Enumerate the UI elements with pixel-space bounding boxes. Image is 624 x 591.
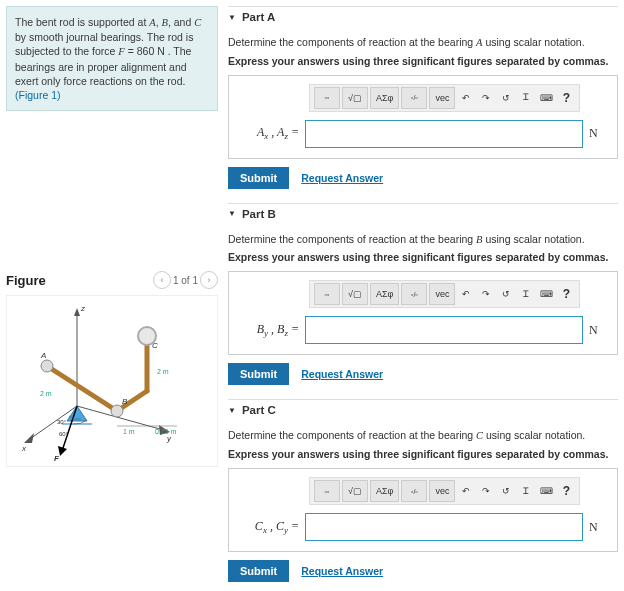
svg-text:x: x [21,444,27,453]
part-a-header[interactable]: ▼ Part A [228,6,618,27]
sqrt-icon[interactable]: √▢ [342,87,368,109]
svg-text:2 m: 2 m [40,390,52,397]
svg-text:F: F [54,454,60,463]
reset-icon[interactable]: ↺ [497,284,515,304]
vec-icon[interactable]: vec [429,283,455,305]
svg-marker-1 [74,308,80,316]
equation-toolbar: ▫▫ √▢ ΑΣφ ▫/▫ vec ↶ ↷ ↺ Ꮖ ⌨ ? [309,477,580,505]
svg-point-10 [111,405,123,417]
undo-icon[interactable]: ↶ [457,284,475,304]
request-answer-link[interactable]: Request Answer [301,172,383,184]
greek-icon[interactable]: ΑΣφ [370,87,399,109]
figure-image: z x y A B C F 2 m 2 m 1 m 0.75 m 30° 60° [6,295,218,467]
greek-icon[interactable]: ΑΣφ [370,283,399,305]
cursor-icon[interactable]: Ꮖ [517,284,535,304]
part-b-header[interactable]: ▼ Part B [228,203,618,224]
part-c-header[interactable]: ▼ Part C [228,399,618,420]
svg-marker-15 [58,446,67,456]
reset-icon[interactable]: ↺ [497,88,515,108]
unit-label: N [589,520,607,535]
svg-marker-3 [24,433,34,443]
svg-text:B: B [122,397,128,406]
request-answer-link[interactable]: Request Answer [301,368,383,380]
submit-button[interactable]: Submit [228,560,289,582]
redo-icon[interactable]: ↷ [477,284,495,304]
caret-down-icon: ▼ [228,209,236,218]
help-icon[interactable]: ? [557,284,575,304]
keyboard-icon[interactable]: ⌨ [537,88,555,108]
answer-input-b[interactable] [305,316,583,344]
svg-text:2 m: 2 m [157,368,169,375]
sqrt-icon[interactable]: √▢ [342,283,368,305]
request-answer-link[interactable]: Request Answer [301,565,383,577]
unit-label: N [589,323,607,338]
sqrt-icon[interactable]: √▢ [342,480,368,502]
part-b: ▼ Part B Determine the components of rea… [228,203,618,386]
prev-figure[interactable]: ‹ [153,271,171,289]
keyboard-icon[interactable]: ⌨ [537,481,555,501]
lhs-label: By , Bz = [239,322,299,338]
frac-icon[interactable]: ▫/▫ [401,480,427,502]
redo-icon[interactable]: ↷ [477,88,495,108]
vec-icon[interactable]: vec [429,87,455,109]
templates-icon[interactable]: ▫▫ [314,283,340,305]
frac-icon[interactable]: ▫/▫ [401,87,427,109]
svg-text:1 m: 1 m [123,428,135,435]
equation-toolbar: ▫▫ √▢ ΑΣφ ▫/▫ vec ↶ ↷ ↺ Ꮖ ⌨ ? [309,280,580,308]
caret-down-icon: ▼ [228,406,236,415]
svg-text:y: y [166,434,172,443]
next-figure[interactable]: › [200,271,218,289]
greek-icon[interactable]: ΑΣφ [370,480,399,502]
svg-text:z: z [80,304,86,313]
lhs-label: Cx , Cy = [239,519,299,535]
svg-text:60°: 60° [59,431,69,437]
svg-point-9 [41,360,53,372]
frac-icon[interactable]: ▫/▫ [401,283,427,305]
svg-text:30°: 30° [57,419,67,425]
svg-text:A: A [40,351,46,360]
part-a: ▼ Part A Determine the components of rea… [228,6,618,189]
undo-icon[interactable]: ↶ [457,88,475,108]
problem-statement: The bent rod is supported at A, B, and C… [6,6,218,111]
cursor-icon[interactable]: Ꮖ [517,481,535,501]
submit-button[interactable]: Submit [228,167,289,189]
svg-text:C: C [152,341,158,350]
vec-icon[interactable]: vec [429,480,455,502]
lhs-label: Ax , Az = [239,125,299,141]
part-c: ▼ Part C Determine the components of rea… [228,399,618,582]
undo-icon[interactable]: ↶ [457,481,475,501]
cursor-icon[interactable]: Ꮖ [517,88,535,108]
templates-icon[interactable]: ▫▫ [314,480,340,502]
submit-button[interactable]: Submit [228,363,289,385]
answer-input-a[interactable] [305,120,583,148]
figure-heading: Figure [6,273,46,288]
svg-line-6 [47,366,117,411]
reset-icon[interactable]: ↺ [497,481,515,501]
templates-icon[interactable]: ▫▫ [314,87,340,109]
caret-down-icon: ▼ [228,13,236,22]
help-icon[interactable]: ? [557,481,575,501]
help-icon[interactable]: ? [557,88,575,108]
svg-text:0.75 m: 0.75 m [155,428,177,435]
answer-input-c[interactable] [305,513,583,541]
unit-label: N [589,126,607,141]
svg-line-14 [62,406,77,451]
keyboard-icon[interactable]: ⌨ [537,284,555,304]
figure-pager: ‹ 1 of 1 › [153,271,218,289]
figure-link[interactable]: (Figure 1) [15,89,61,101]
equation-toolbar: ▫▫ √▢ ΑΣφ ▫/▫ vec ↶ ↷ ↺ Ꮖ ⌨ ? [309,84,580,112]
redo-icon[interactable]: ↷ [477,481,495,501]
